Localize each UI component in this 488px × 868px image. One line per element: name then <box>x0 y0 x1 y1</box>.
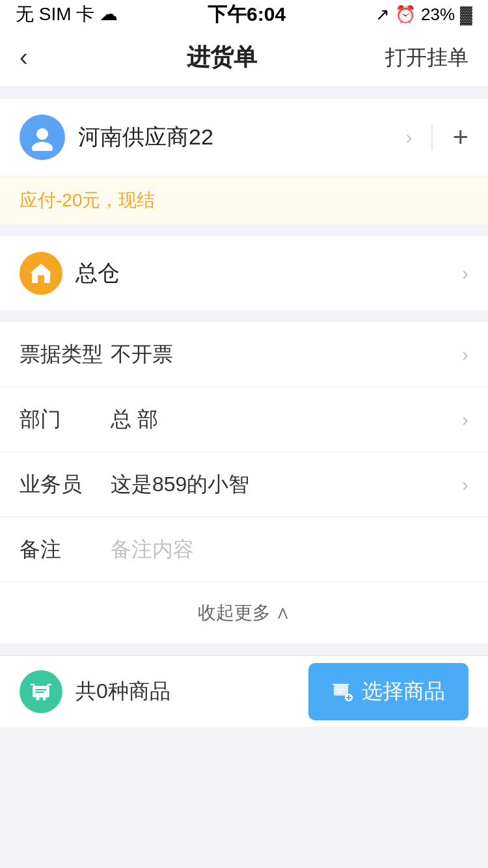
svg-point-6 <box>36 697 40 700</box>
footer-left: 共0种商品 <box>20 670 170 713</box>
invoice-value: 不开票 <box>111 340 462 369</box>
nav-bar: ‹ 进货单 打开挂单 <box>0 29 488 87</box>
battery-text: 23% <box>421 5 455 25</box>
signal-text: 无 SIM 卡 ☁ <box>16 2 118 27</box>
invoice-label: 票据类型 <box>20 340 111 369</box>
remark-label: 备注 <box>20 536 111 564</box>
supplier-row[interactable]: 河南供应商22 › + <box>0 99 488 176</box>
page-title: 进货单 <box>187 42 257 74</box>
collapse-label: 收起更多 ∧ <box>198 601 291 625</box>
invoice-chevron-icon: › <box>462 344 468 366</box>
svg-rect-4 <box>38 275 44 283</box>
status-right: ↗ ⏰ 23% ▓ <box>375 5 472 25</box>
collapse-button[interactable]: 收起更多 ∧ <box>0 582 488 644</box>
salesperson-value: 这是859的小智 <box>111 470 462 499</box>
salesperson-label: 业务员 <box>20 470 111 499</box>
warehouse-name: 总仓 <box>75 258 462 288</box>
back-button[interactable]: ‹ <box>20 44 59 72</box>
divider-top <box>0 87 488 99</box>
warehouse-section: 总仓 › <box>0 236 488 310</box>
select-goods-button[interactable]: 选择商品 <box>308 663 468 720</box>
divider-3 <box>0 310 488 322</box>
dept-value: 总 部 <box>111 405 462 434</box>
battery-icon: ▓ <box>460 5 472 25</box>
warehouse-row[interactable]: 总仓 › <box>0 236 488 310</box>
supplier-name: 河南供应商22 <box>78 122 405 152</box>
warehouse-chevron-icon: › <box>462 262 468 284</box>
dept-chevron-icon: › <box>462 409 468 431</box>
supplier-right-actions: › + <box>405 124 468 151</box>
bottom-fill <box>0 727 488 868</box>
status-left: 无 SIM 卡 ☁ <box>16 2 118 27</box>
status-bar: 无 SIM 卡 ☁ 下午6:04 ↗ ⏰ 23% ▓ <box>0 0 488 29</box>
remark-input[interactable]: 备注内容 <box>111 536 468 564</box>
footer-bar: 共0种商品 选择商品 <box>0 655 488 727</box>
notice-banner: 应付-20元，现结 <box>0 176 488 224</box>
remark-row[interactable]: 备注 备注内容 <box>0 517 488 582</box>
open-pending-button[interactable]: 打开挂单 <box>385 44 468 72</box>
divider-2 <box>0 224 488 236</box>
select-goods-label: 选择商品 <box>362 677 445 706</box>
supplier-section: 河南供应商22 › + 应付-20元，现结 <box>0 99 488 224</box>
svg-marker-3 <box>31 264 51 273</box>
svg-point-7 <box>43 697 46 700</box>
supplier-avatar <box>20 115 65 160</box>
cart-icon-bg <box>20 670 62 713</box>
supplier-divider <box>431 124 433 150</box>
goods-count: 共0种商品 <box>75 677 170 706</box>
alarm-icon: ⏰ <box>395 5 416 25</box>
svg-point-1 <box>32 142 53 151</box>
supplier-chevron-icon: › <box>405 126 412 148</box>
dept-row[interactable]: 部门 总 部 › <box>0 387 488 452</box>
add-supplier-button[interactable]: + <box>452 124 468 151</box>
salesperson-row[interactable]: 业务员 这是859的小智 › <box>0 452 488 517</box>
svg-point-0 <box>36 128 48 140</box>
location-icon: ↗ <box>375 5 390 25</box>
invoice-row[interactable]: 票据类型 不开票 › <box>0 322 488 387</box>
status-time: 下午6:04 <box>208 1 286 28</box>
dept-label: 部门 <box>20 405 111 434</box>
divider-4 <box>0 644 488 655</box>
form-section: 票据类型 不开票 › 部门 总 部 › 业务员 这是859的小智 › 备注 备注… <box>0 322 488 644</box>
salesperson-chevron-icon: › <box>462 474 468 496</box>
warehouse-icon <box>20 252 62 295</box>
